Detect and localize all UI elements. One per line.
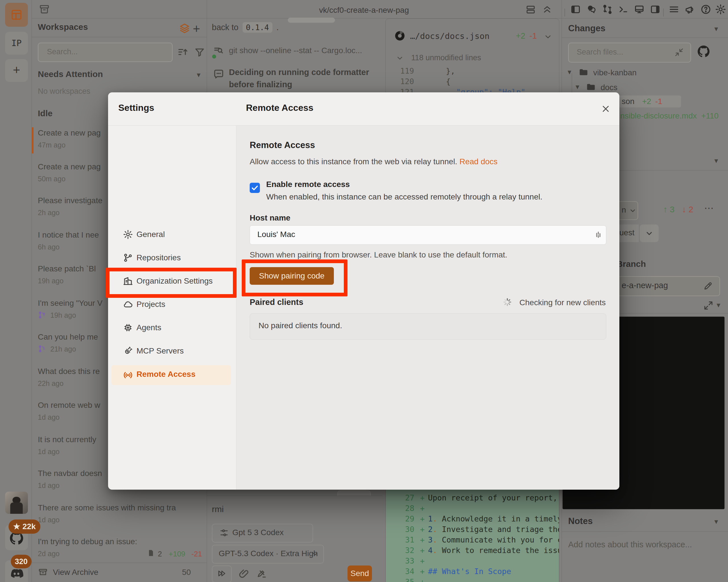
chevron-down-icon[interactable] [396, 54, 404, 62]
modal-header-divider [108, 125, 619, 126]
sliders-icon [219, 528, 229, 538]
avatar[interactable] [5, 492, 28, 514]
terminal-icon[interactable] [618, 4, 629, 15]
filter-icon[interactable] [194, 47, 205, 58]
megaphone-icon[interactable] [684, 4, 696, 15]
attach-icon[interactable] [238, 568, 250, 579]
stars-count: 22k [23, 522, 36, 531]
chevron-down-icon[interactable] [544, 32, 552, 41]
model-chip[interactable]: Gpt 5 3 Codex [212, 524, 313, 543]
monitor-icon[interactable] [633, 4, 645, 15]
notes-input[interactable]: Add notes about this workspace... [568, 540, 692, 549]
expand-icon[interactable] [703, 300, 714, 311]
git-branch-icon [123, 253, 133, 263]
chat-bubbles-icon[interactable] [586, 4, 597, 15]
send-button[interactable]: Send [347, 565, 372, 581]
collapse-tree-icon[interactable] [675, 48, 684, 57]
tree-folder-docs[interactable]: docs [601, 83, 617, 92]
unmodified-lines-label[interactable]: 118 unmodified lines [411, 53, 481, 62]
chevron-down-icon[interactable]: ▾ [714, 157, 718, 164]
cloud-icon [123, 299, 133, 309]
tree-file-added[interactable]: nsible-disclosure.mdx +110 [620, 111, 719, 120]
annotation-remote-access-nav [106, 268, 237, 298]
settings-gear-icon[interactable] [715, 4, 726, 15]
enable-remote-label[interactable]: Enable remote access [266, 180, 350, 189]
commits-behind: ↓ 2 [682, 204, 693, 214]
tool-call-icon [213, 45, 225, 57]
search-placeholder: Search... [47, 48, 78, 56]
broadcast-icon [123, 370, 133, 380]
app-window: vk/ccf0-create-a-new-pag IP + [0, 0, 728, 582]
add-workspace-button[interactable]: + [193, 22, 200, 36]
chevron-down-icon[interactable]: ▾ [714, 518, 718, 525]
sidebar-footer-divider [31, 563, 207, 563]
diff-file-path[interactable]: …/docs/docs.json [410, 31, 489, 41]
settings-nav-title: Settings [118, 103, 154, 113]
sort-icon[interactable] [177, 46, 189, 58]
help-icon[interactable] [700, 4, 711, 15]
edit-pencil-icon[interactable] [703, 281, 713, 291]
file-icon [147, 549, 155, 557]
added-count: +109 [168, 550, 185, 558]
git-compare-icon[interactable] [602, 4, 613, 15]
chevron-down-icon [311, 550, 319, 558]
search-files-input[interactable]: Search files... [568, 43, 691, 62]
enable-remote-checkbox[interactable] [250, 183, 260, 193]
tool-call-command[interactable]: git show --oneline --stat -- Cargo.loc..… [229, 46, 362, 55]
chevron-down-icon[interactable]: ▾ [197, 71, 201, 78]
search-files-placeholder: Search files... [577, 48, 623, 57]
diff-deletions: -1 [529, 31, 537, 40]
fast-forward-button[interactable] [212, 565, 232, 582]
rail-active-workspace-button[interactable] [5, 3, 28, 27]
chevron-down-icon[interactable]: ▾ [714, 25, 718, 32]
host-name-label: Host name [250, 214, 290, 223]
panel-left-icon[interactable] [570, 4, 581, 15]
host-name-help: Shown when pairing from browser. Leave b… [250, 250, 507, 259]
chevron-down-icon[interactable]: ▾ [717, 301, 720, 309]
diff-added-line: 28+ [386, 504, 559, 515]
read-docs-link[interactable]: Read docs [460, 157, 498, 166]
folder-icon [578, 67, 589, 77]
host-name-input[interactable]: Louis' Mac [250, 225, 606, 245]
sidebar-header-divider [31, 37, 207, 37]
settings-nav-agents[interactable]: Agents [108, 316, 236, 339]
notes-divider [562, 531, 728, 532]
highlighter-icon[interactable] [255, 568, 267, 579]
paired-clients-empty-box: No paired clients found. [250, 313, 606, 340]
chevron-down-icon[interactable]: ▾ [568, 68, 571, 76]
composer-pill [337, 491, 371, 496]
branch-label: Branch [617, 259, 646, 269]
chevron-down-icon[interactable]: ▾ [576, 83, 579, 90]
settings-nav-repositories[interactable]: Repositories [108, 246, 236, 269]
chip-icon [123, 323, 133, 333]
close-icon[interactable] [601, 104, 611, 114]
github-cat-icon[interactable] [696, 44, 711, 59]
settings-nav-remote-access[interactable]: Remote Access [111, 365, 231, 385]
pull-request-icon [38, 311, 46, 319]
panel-right-icon[interactable] [650, 4, 661, 15]
rows-layout-icon[interactable] [525, 4, 536, 15]
composer-input[interactable]: rmi [212, 504, 224, 514]
topbar-separator [565, 8, 565, 17]
workspace-item[interactable]: There are some issues with missing tra1d… [38, 503, 207, 532]
tree-folder-root[interactable]: vibe-kanban [593, 68, 637, 77]
scroll-pill [288, 18, 335, 23]
more-options-icon[interactable]: ⋯ [704, 202, 714, 214]
rail-profile-button[interactable]: IP [5, 32, 28, 55]
layers-icon[interactable] [179, 23, 190, 33]
pr-dropdown-button[interactable] [640, 224, 659, 242]
text-cursor-icon [594, 230, 603, 240]
workspace-item[interactable]: I'm trying to debug an issue:2d ago 2 +1… [38, 537, 207, 565]
menu-icon[interactable] [668, 4, 680, 15]
removed-count: -21 [191, 550, 202, 558]
rail-add-button[interactable]: + [5, 59, 28, 82]
settings-nav-general[interactable]: General [108, 223, 236, 246]
diff-added-line: 33+ [386, 556, 559, 567]
model-selector[interactable]: GPT-5.3 Codex · Extra High [212, 545, 324, 563]
search-input[interactable]: Search... [38, 43, 173, 62]
archive-count: 50 [182, 568, 191, 577]
settings-nav-mcp-servers[interactable]: MCP Servers [108, 339, 236, 363]
view-archive-button[interactable]: View Archive [53, 568, 98, 577]
topbar-separator-2 [663, 8, 664, 17]
collapse-all-icon[interactable] [542, 4, 552, 15]
